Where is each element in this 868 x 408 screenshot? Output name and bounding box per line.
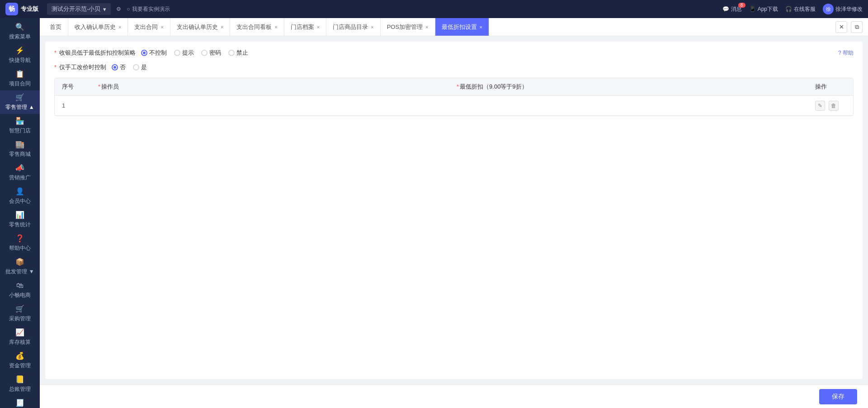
sidebar-item-retail[interactable]: 🛒 零售管理 ▲ [0, 90, 40, 114]
radio-btn-manual-no[interactable] [112, 64, 118, 70]
radio-btn-hint[interactable] [174, 50, 180, 56]
project-selector[interactable]: 测试分开示范-小贝 ▾ [47, 3, 111, 15]
delete-button[interactable]: 🗑 [829, 101, 839, 111]
tab-pos-encryption[interactable]: POS加密管理 × [381, 18, 435, 36]
statistics-icon: 📊 [15, 211, 24, 219]
help-icon: ❓ [15, 234, 24, 243]
sidebar-item-mall[interactable]: 🏬 零售商城 [0, 137, 40, 161]
cell-min-discount [449, 102, 808, 109]
tab-label: 最低折扣设置 [442, 23, 477, 31]
tab-close-button[interactable]: ✕ [835, 21, 847, 33]
radio-btn-no-control[interactable] [141, 50, 147, 56]
sidebar-item-contract[interactable]: 📋 项目合同 [0, 67, 40, 90]
cell-seq: 1 [55, 98, 91, 113]
radio-manual-no[interactable]: 否 [112, 63, 126, 71]
sidebar-item-label: 库存核算 [9, 338, 31, 346]
ledger-icon: 📒 [15, 375, 24, 384]
messages-button[interactable]: 💬 消息 8 [722, 5, 742, 13]
sidebar-item-label: 营销推广 [9, 174, 31, 182]
tabbar: 首页 收入确认单历史 × 支出合同 × 支出确认单历史 × 支出合同看板 × 门… [40, 18, 868, 36]
tab-close-icon[interactable]: × [274, 24, 277, 30]
tab-label: 支出合同 [134, 23, 158, 31]
radio-btn-forbidden[interactable] [228, 50, 235, 56]
contract-icon: 📋 [15, 70, 24, 78]
manual-price-label: * 仅手工改价时控制 [54, 63, 106, 71]
sidebar-item-help[interactable]: ❓ 帮助中心 [0, 231, 40, 255]
search-icon: 🔍 [15, 23, 24, 31]
radio-forbidden[interactable]: 禁止 [228, 49, 248, 57]
main-card: * 收银员低于最低折扣控制策略 不控制 提示 [45, 42, 863, 379]
tab-label: 门店商品目录 [333, 23, 368, 31]
tab-label: POS加密管理 [387, 23, 423, 31]
project-name: 测试分开示范-小贝 [52, 5, 100, 13]
sidebar-item-label: 零售统计 [9, 221, 31, 229]
operators-table: 序号 *操作员 *最低折扣（9.00等于9折） 操作 1 [54, 78, 854, 116]
app-download-button[interactable]: 📱 App下载 [749, 5, 778, 13]
user-menu[interactable]: 徐 徐泽华修改 [823, 4, 863, 14]
radio-manual-yes[interactable]: 是 [133, 63, 147, 71]
tab-maximize-button[interactable]: ⧉ [851, 21, 863, 33]
tab-close-icon[interactable]: × [118, 24, 121, 30]
tab-label: 收入确认单历史 [75, 23, 116, 31]
tab-close-icon[interactable]: × [371, 24, 373, 30]
radio-hint[interactable]: 提示 [174, 49, 194, 57]
col-operator: *操作员 [91, 78, 449, 95]
tab-store-products[interactable]: 门店商品目录 × [326, 18, 380, 36]
cell-operator [91, 102, 449, 109]
sidebar-item-label: 帮助中心 [9, 244, 31, 252]
tab-expenditure-contract[interactable]: 支出合同 × [128, 18, 170, 36]
sidebar-item-smart-store[interactable]: 🏪 智慧门店 [0, 114, 40, 137]
chevron-down-icon: ▾ [103, 6, 106, 13]
tab-home[interactable]: 首页 [43, 18, 68, 36]
download-icon: 📱 [749, 6, 756, 12]
sidebar-item-statistics[interactable]: 📊 零售统计 [0, 208, 40, 231]
tab-close-icon[interactable]: × [317, 24, 320, 30]
sidebar-item-search[interactable]: 🔍 搜索菜单 [0, 20, 40, 43]
sidebar-item-finance[interactable]: 💰 资金管理 [0, 349, 40, 372]
cell-action: ✎ 🗑 [808, 97, 853, 114]
sidebar-item-marketing[interactable]: 📣 营销推广 [0, 161, 40, 184]
sidebar-item-label: 采购管理 [9, 315, 31, 323]
sidebar-item-wholesale[interactable]: 📦 批发管理 ▼ [0, 255, 40, 278]
tab-close-icon[interactable]: × [425, 24, 428, 30]
tab-expenditure-board[interactable]: 支出合同看板 × [230, 18, 284, 36]
sidebar-item-inventory[interactable]: 📈 库存核算 [0, 325, 40, 349]
page-content: * 收银员低于最低折扣控制策略 不控制 提示 [40, 36, 868, 385]
tab-store-archive[interactable]: 门店档案 × [284, 18, 326, 36]
settings-button[interactable]: ⚙ [116, 6, 121, 12]
demo-link[interactable]: ○ 我要看实例演示 [127, 5, 170, 13]
tab-close-icon[interactable]: × [221, 24, 223, 30]
ecommerce-icon: 🛍 [16, 281, 24, 290]
inventory-icon: 📈 [15, 328, 24, 337]
sidebar-item-label: 零售商城 [9, 150, 31, 158]
wholesale-icon: 📦 [15, 258, 24, 266]
finance-icon: 💰 [15, 352, 24, 360]
save-bar: 保存 [40, 385, 868, 408]
tab-close-icon[interactable]: × [480, 24, 482, 30]
sidebar-item-ledger[interactable]: 📒 总账管理 [0, 372, 40, 396]
sidebar-item-invoice[interactable]: 🧾 发票管理 [0, 396, 40, 408]
sidebar-item-label: 总账管理 [9, 385, 31, 393]
online-support-button[interactable]: 🎧 在线客服 [785, 5, 816, 13]
save-button[interactable]: 保存 [819, 389, 857, 404]
sidebar-item-label: 批发管理 ▼ [5, 268, 34, 276]
tab-income-history[interactable]: 收入确认单历史 × [68, 18, 128, 36]
tab-expenditure-history[interactable]: 支出确认单历史 × [170, 18, 230, 36]
edit-button[interactable]: ✎ [815, 101, 825, 111]
sidebar-item-nav[interactable]: ⚡ 快捷导航 [0, 43, 40, 67]
sidebar-item-label: 零售管理 ▲ [5, 103, 34, 111]
help-link[interactable]: ? 帮助 [838, 49, 854, 57]
main-layout: 🔍 搜索菜单 ⚡ 快捷导航 📋 项目合同 🛒 零售管理 ▲ 🏪 智慧门店 🏬 零… [0, 18, 868, 408]
logo-text: 专业版 [21, 5, 38, 13]
tab-min-discount[interactable]: 最低折扣设置 × [435, 18, 489, 36]
messages-badge: 8 [738, 3, 745, 8]
sidebar-item-label: 项目合同 [9, 80, 31, 88]
radio-btn-manual-yes[interactable] [133, 64, 139, 70]
sidebar-item-ecommerce[interactable]: 🛍 小畅电商 [0, 278, 40, 302]
radio-btn-password[interactable] [201, 50, 208, 56]
sidebar-item-purchase[interactable]: 🛒 采购管理 [0, 302, 40, 325]
radio-password[interactable]: 密码 [201, 49, 221, 57]
radio-no-control[interactable]: 不控制 [141, 49, 167, 57]
tab-close-icon[interactable]: × [160, 24, 163, 30]
sidebar-item-member[interactable]: 👤 会员中心 [0, 184, 40, 208]
